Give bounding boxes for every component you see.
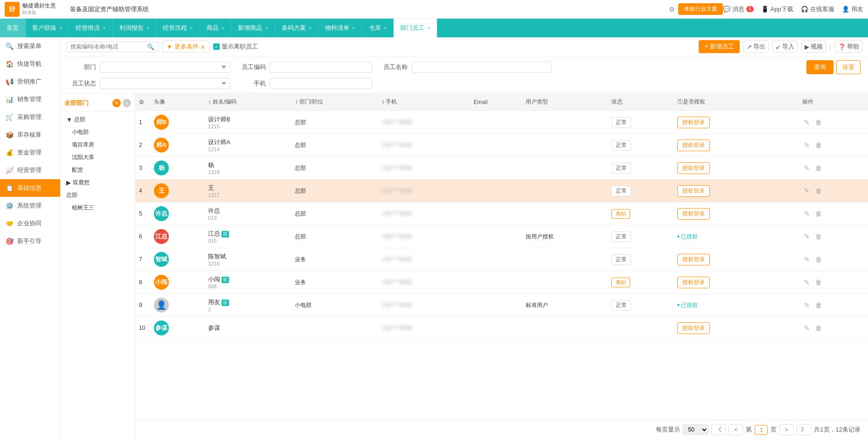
settings-icon[interactable]: ⚙ — [669, 6, 675, 13]
search-input[interactable] — [70, 43, 145, 50]
dept-tree-item-zongbu2[interactable]: 总部 — [61, 189, 135, 202]
delete-button[interactable]: 🗑 — [813, 255, 824, 264]
close-icon[interactable]: × — [265, 25, 268, 31]
auth-login-button[interactable]: 授权登录 — [677, 322, 710, 334]
sidebar-item-search[interactable]: 🔍 搜索菜单 — [0, 37, 60, 55]
message-button[interactable]: 💬 消息 6 — [723, 5, 754, 14]
delete-button[interactable]: 🗑 — [813, 163, 824, 173]
phone-input[interactable] — [270, 78, 372, 89]
close-icon[interactable]: × — [309, 25, 312, 31]
edit-button[interactable]: ✎ — [802, 209, 812, 218]
nav-tab-profit[interactable]: 利润报告 × — [113, 19, 156, 37]
nav-tab-home[interactable]: 首页 — [0, 19, 26, 37]
emp-name-input[interactable] — [411, 62, 551, 73]
edit-button[interactable]: ✎ — [802, 278, 812, 287]
nav-tab-customer[interactable]: 客户联络 × — [26, 19, 69, 37]
sidebar-item-sales[interactable]: 📊 销售管理 — [0, 91, 60, 108]
delete-button[interactable]: 🗑 — [813, 232, 824, 241]
sidebar-item-inventory[interactable]: 📦 库存核算 — [0, 126, 60, 144]
auth-login-button[interactable]: 授权登录 — [677, 162, 710, 174]
delete-button[interactable]: 🗑 — [813, 209, 824, 218]
user-menu-button[interactable]: 👤 用友 — [842, 5, 863, 14]
close-icon[interactable]: × — [146, 25, 149, 31]
emp-status-select[interactable] — [100, 78, 230, 89]
sidebar-item-business[interactable]: 📈 经营管理 — [0, 161, 60, 179]
delete-button[interactable]: 🗑 — [813, 323, 824, 333]
help-button[interactable]: ❓ 帮助 — [835, 41, 862, 53]
edit-button[interactable]: ✎ — [802, 323, 812, 333]
dept-tree-item-shenyangdaku[interactable]: 沈阳大库 — [61, 151, 135, 164]
col-phone[interactable]: ↕ 手机 — [378, 93, 470, 111]
col-name-code[interactable]: ↕ 姓名/编码 — [204, 93, 291, 111]
auth-login-button[interactable]: 授权登录 — [677, 139, 710, 151]
nav-tab-bom[interactable]: 物料清单 × — [319, 19, 362, 37]
nav-tab-employees[interactable]: 部门员工 × — [394, 19, 437, 37]
nav-tab-goods[interactable]: 商品 × — [200, 19, 231, 37]
online-service-button[interactable]: 🎧 在线客服 — [801, 5, 834, 14]
close-icon[interactable]: × — [352, 25, 355, 31]
sidebar-item-collab[interactable]: 🤝 企业协同 — [0, 215, 60, 232]
show-resigned-toggle[interactable]: ✓ 显示离职员工 — [213, 42, 258, 51]
dept-edit-button[interactable]: ✎ — [112, 99, 121, 107]
dept-tree-item-shuanglu[interactable]: ▶ 双鹿想 — [61, 176, 135, 189]
app-download-button[interactable]: 📱 App下载 — [761, 5, 793, 14]
more-filter-button[interactable]: ▼ 更多条件 ∧ — [162, 41, 209, 53]
dept-tree-item-zhishu[interactable]: 植树王三 — [61, 202, 135, 214]
close-icon-active[interactable]: × — [427, 25, 430, 31]
auth-login-button[interactable]: 授权登录 — [677, 254, 710, 265]
per-page-select[interactable]: 50 20 100 — [683, 425, 708, 435]
close-icon[interactable]: × — [384, 25, 387, 31]
edit-button[interactable]: ✎ — [802, 186, 812, 195]
import-button[interactable]: ↙ 导入 — [772, 41, 798, 53]
sidebar-item-finance[interactable]: 💰 资金管理 — [0, 144, 60, 161]
sidebar-item-guide[interactable]: 🎯 新手引导 — [0, 232, 60, 250]
auth-login-button[interactable]: 授权登录 — [677, 117, 710, 128]
next-page-button[interactable]: ＞ — [779, 424, 794, 435]
edit-button[interactable]: ✎ — [802, 232, 812, 241]
nav-tab-barcode[interactable]: 条码方案 × — [275, 19, 319, 37]
edit-button[interactable]: ✎ — [802, 255, 812, 264]
sidebar-item-system[interactable]: ⚙️ 系统管理 — [0, 197, 60, 215]
dept-tree-item-xiangmukufang[interactable]: 项目库房 — [61, 139, 135, 151]
emp-code-input[interactable] — [270, 62, 372, 73]
close-icon[interactable]: × — [59, 25, 62, 31]
nav-tab-operation[interactable]: 经营情况 × — [69, 19, 112, 37]
query-button[interactable]: 查询 — [806, 60, 833, 74]
auth-login-button[interactable]: 授权登录 — [677, 277, 710, 288]
add-employee-button[interactable]: + 新增员工 — [699, 40, 739, 53]
dept-tree-item-xiaodianbu[interactable]: 小电部 — [61, 126, 135, 139]
delete-button[interactable]: 🗑 — [813, 300, 824, 310]
auth-login-button[interactable]: 授权登录 — [677, 208, 710, 220]
delete-button[interactable]: 🗑 — [813, 278, 824, 287]
dept-select[interactable] — [100, 62, 230, 73]
export-button[interactable]: ↗ 导出 — [743, 41, 769, 53]
dept-tree-item-peihuo[interactable]: 配货 — [61, 164, 135, 176]
nav-tab-new-goods[interactable]: 新增商品 × — [231, 19, 275, 37]
auth-login-button[interactable]: 授权登录 — [677, 185, 710, 197]
first-page-button[interactable]: 《 — [711, 424, 726, 435]
nav-tab-history[interactable]: 经营历程 × — [156, 19, 200, 37]
dept-collapse-button[interactable]: « — [123, 99, 131, 107]
close-icon[interactable]: × — [222, 25, 224, 31]
last-page-button[interactable]: 》 — [797, 424, 811, 435]
sidebar-item-purchase[interactable]: 🛒 采购管理 — [0, 108, 60, 126]
delete-button[interactable]: 🗑 — [813, 118, 824, 127]
search-icon-btn[interactable]: 🔍 — [147, 43, 154, 50]
prev-page-button[interactable]: ＜ — [729, 424, 743, 435]
col-dept-pos[interactable]: ↕ 部门/职位 — [291, 93, 378, 111]
close-icon[interactable]: × — [103, 25, 105, 31]
dept-tree-item-zongbu[interactable]: ▼ 总部 — [61, 113, 135, 126]
delete-button[interactable]: 🗑 — [813, 186, 824, 195]
col-settings[interactable]: ⚙ — [135, 93, 150, 111]
nav-tab-warehouse[interactable]: 仓库 × — [362, 19, 394, 37]
trial-button[interactable]: 体验行业方案 — [678, 3, 723, 15]
edit-button[interactable]: ✎ — [802, 163, 812, 173]
sidebar-item-nav[interactable]: 🏠 快捷导航 — [0, 55, 60, 73]
close-icon[interactable]: × — [190, 25, 193, 31]
video-button[interactable]: ▶ 视频 — [801, 41, 826, 53]
edit-button[interactable]: ✎ — [802, 300, 812, 310]
delete-button[interactable]: 🗑 — [813, 140, 824, 150]
edit-button[interactable]: ✎ — [802, 140, 812, 150]
set-button[interactable]: 设置 — [836, 60, 861, 74]
edit-button[interactable]: ✎ — [802, 118, 812, 127]
